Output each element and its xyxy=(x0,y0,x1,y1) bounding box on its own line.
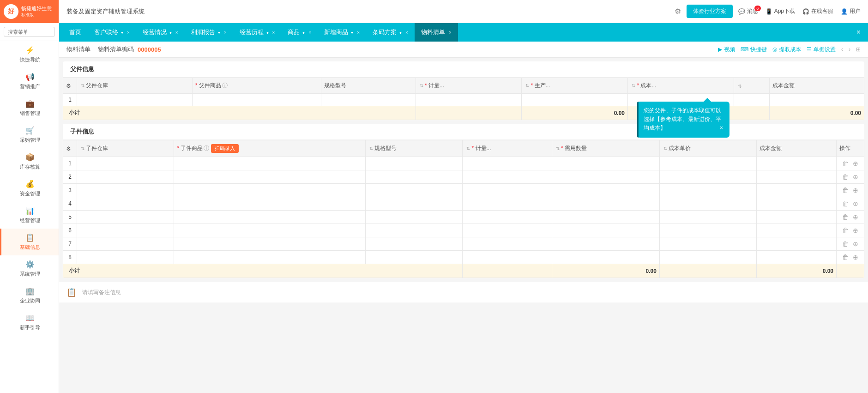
child-unit-price-cell[interactable] xyxy=(659,197,756,211)
delete-icon[interactable]: 🗑 xyxy=(842,227,849,234)
extract-cost-btn[interactable]: ◎ 提取成本 xyxy=(772,46,801,54)
child-spec-cell[interactable] xyxy=(365,157,462,170)
tab-close-icon[interactable]: × xyxy=(308,30,311,35)
sidebar-item-sales[interactable]: 💼 销售管理 xyxy=(0,95,59,121)
child-unit-price-cell[interactable] xyxy=(659,211,756,224)
nav-next-icon[interactable]: › xyxy=(849,46,850,53)
copy-icon[interactable]: ⊕ xyxy=(853,240,858,248)
sidebar-item-purchase[interactable]: 🛒 采购管理 xyxy=(0,121,59,148)
tab-close-icon[interactable]: × xyxy=(449,30,452,35)
settings-gear-icon[interactable]: ⚙ xyxy=(675,7,681,16)
delete-icon[interactable]: 🗑 xyxy=(842,240,849,248)
child-unit-cell[interactable] xyxy=(463,157,552,170)
child-warehouse-cell[interactable] xyxy=(77,237,174,251)
experience-btn[interactable]: 体验行业方案 xyxy=(687,5,733,18)
child-unit-price-cell[interactable] xyxy=(659,237,756,251)
copy-icon[interactable]: ⊕ xyxy=(853,213,858,221)
tab-close-icon[interactable]: × xyxy=(127,30,130,35)
delete-icon[interactable]: 🗑 xyxy=(842,254,849,261)
sidebar-item-system[interactable]: ⚙️ 系统管理 xyxy=(0,255,59,282)
help-icon[interactable]: ⓘ xyxy=(222,82,228,89)
child-goods-cell[interactable] xyxy=(174,157,365,170)
child-warehouse-cell[interactable] xyxy=(77,157,174,170)
child-qty-cell[interactable] xyxy=(552,237,659,251)
sidebar-item-enterprise[interactable]: 🏢 企业协同 xyxy=(0,282,59,309)
tab-close-icon[interactable]: × xyxy=(175,30,178,35)
copy-icon[interactable]: ⊕ xyxy=(853,227,858,234)
child-unit-cell[interactable] xyxy=(463,197,552,211)
nav-prev-icon[interactable]: ‹ xyxy=(841,46,843,53)
child-qty-cell[interactable] xyxy=(552,224,659,237)
tab-close-icon[interactable]: × xyxy=(357,30,360,35)
child-unit-price-cell[interactable] xyxy=(659,184,756,197)
scan-input-btn[interactable]: 扫码录入 xyxy=(211,144,239,153)
delete-icon[interactable]: 🗑 xyxy=(842,173,849,181)
close-all-tabs-button[interactable]: × xyxy=(853,28,864,36)
sidebar-item-guide[interactable]: 📖 新手引导 xyxy=(0,309,59,336)
copy-icon[interactable]: ⊕ xyxy=(853,160,858,167)
copy-icon[interactable]: ⊕ xyxy=(853,200,858,207)
child-unit-cell[interactable] xyxy=(463,237,552,251)
shortcut-btn[interactable]: ⌨ 快捷键 xyxy=(741,46,767,54)
tooltip-close-btn[interactable]: × xyxy=(720,124,723,133)
tab-close-icon[interactable]: × xyxy=(272,30,275,35)
tab-close-icon[interactable]: × xyxy=(405,30,408,35)
copy-icon[interactable]: ⊕ xyxy=(853,254,858,261)
sidebar-item-operations[interactable]: 📊 经营管理 xyxy=(0,202,59,229)
single-settings-btn[interactable]: ☰ 单据设置 xyxy=(807,46,836,54)
sidebar-item-marketing[interactable]: 📢 营销推广 xyxy=(0,68,59,95)
child-unit-price-cell[interactable] xyxy=(659,251,756,264)
child-warehouse-cell[interactable] xyxy=(77,211,174,224)
child-qty-cell[interactable] xyxy=(552,157,659,170)
parent-unit-cell[interactable] xyxy=(416,94,522,106)
child-spec-cell[interactable] xyxy=(365,211,462,224)
delete-icon[interactable]: 🗑 xyxy=(842,200,849,207)
help-icon[interactable]: ⓘ xyxy=(204,145,209,151)
parent-warehouse-cell[interactable] xyxy=(77,94,193,106)
tab-goods[interactable]: 商品 ▾ × xyxy=(281,23,318,42)
tab-bom[interactable]: 物料清单 × xyxy=(415,23,458,42)
parent-produce-cell[interactable] xyxy=(522,94,628,106)
child-unit-price-cell[interactable] xyxy=(659,170,756,184)
child-spec-cell[interactable] xyxy=(365,197,462,211)
child-goods-cell[interactable] xyxy=(174,184,365,197)
child-warehouse-cell[interactable] xyxy=(77,197,174,211)
child-goods-cell[interactable] xyxy=(174,224,365,237)
child-unit-cell[interactable] xyxy=(463,211,552,224)
child-unit-cell[interactable] xyxy=(463,184,552,197)
child-qty-cell[interactable] xyxy=(552,251,659,264)
child-unit-price-cell[interactable] xyxy=(659,157,756,170)
sidebar-item-quick-nav[interactable]: ⚡ 快捷导航 xyxy=(0,41,59,68)
child-qty-cell[interactable] xyxy=(552,170,659,184)
child-warehouse-cell[interactable] xyxy=(77,170,174,184)
tab-new-goods[interactable]: 新增商品 ▾ × xyxy=(318,23,366,42)
child-spec-cell[interactable] xyxy=(365,251,462,264)
delete-icon[interactable]: 🗑 xyxy=(842,213,849,221)
child-goods-cell[interactable] xyxy=(174,251,365,264)
child-spec-cell[interactable] xyxy=(365,224,462,237)
tab-history[interactable]: 经营历程 ▾ × xyxy=(233,23,282,42)
search-input[interactable] xyxy=(4,27,55,37)
expand-icon[interactable]: ⊞ xyxy=(856,46,861,53)
copy-icon[interactable]: ⊕ xyxy=(853,173,858,181)
tab-customers[interactable]: 客户联络 ▾ × xyxy=(88,23,136,42)
tab-operations[interactable]: 经营情况 ▾ × xyxy=(136,23,185,42)
child-qty-cell[interactable] xyxy=(552,184,659,197)
child-unit-cell[interactable] xyxy=(463,224,552,237)
child-spec-cell[interactable] xyxy=(365,184,462,197)
tab-barcode[interactable]: 条码方案 ▾ × xyxy=(366,23,415,42)
delete-icon[interactable]: 🗑 xyxy=(842,187,849,194)
parent-goods-cell[interactable] xyxy=(192,94,321,106)
app-download-btn[interactable]: 📱 App下载 xyxy=(766,7,795,15)
child-spec-cell[interactable] xyxy=(365,170,462,184)
copy-icon[interactable]: ⊕ xyxy=(853,187,858,194)
child-warehouse-cell[interactable] xyxy=(77,251,174,264)
child-spec-cell[interactable] xyxy=(365,237,462,251)
sidebar-item-finance[interactable]: 💰 资金管理 xyxy=(0,175,59,202)
online-service-btn[interactable]: 🎧 在线客服 xyxy=(802,7,833,15)
child-goods-cell[interactable] xyxy=(174,197,365,211)
child-goods-cell[interactable] xyxy=(174,211,365,224)
user-menu[interactable]: 👤 用户 xyxy=(841,7,861,15)
child-warehouse-cell[interactable] xyxy=(77,224,174,237)
sidebar-item-inventory[interactable]: 📦 库存核算 xyxy=(0,148,59,175)
